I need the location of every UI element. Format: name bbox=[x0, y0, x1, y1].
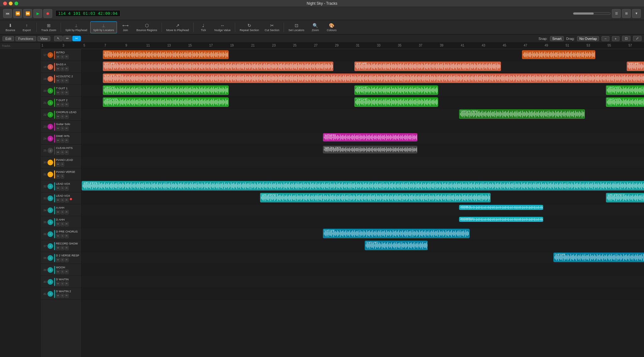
track-ctrl-m-18[interactable]: M bbox=[56, 67, 60, 71]
track-ctrl-m-39[interactable]: M bbox=[56, 270, 60, 274]
track-ctrl-m-37[interactable]: M bbox=[56, 246, 60, 250]
track-ctrl-r-37[interactable]: R bbox=[65, 246, 69, 250]
track-ctrl-m-25[interactable]: M bbox=[56, 150, 60, 155]
track-ctrl-s-30[interactable]: S bbox=[61, 162, 64, 167]
split-by-locators-button[interactable]: ⟂ Split by Locators bbox=[90, 21, 117, 33]
scissors-tool[interactable]: ✂ bbox=[72, 36, 81, 41]
track-ctrl-m-22[interactable]: M bbox=[56, 114, 60, 119]
track-ctrl-s-37[interactable]: S bbox=[61, 246, 64, 250]
track-ctrl-s-20[interactable]: S bbox=[61, 91, 64, 95]
track-ctrl-r-22[interactable]: R bbox=[65, 114, 69, 119]
audio-region[interactable]: T GUIT 2.85 bbox=[354, 97, 438, 107]
track-ctrl-r-41[interactable]: R bbox=[65, 294, 69, 298]
audio-region[interactable]: VOX#01.8 bbox=[459, 205, 543, 210]
track-ctrl-r-32[interactable]: R bbox=[65, 186, 69, 190]
track-ctrl-r-33[interactable]: R bbox=[65, 198, 69, 202]
export-button[interactable]: ↑ Export bbox=[19, 21, 35, 33]
play-button[interactable]: ▶ bbox=[33, 9, 42, 18]
back-button[interactable]: ⏪ bbox=[13, 9, 22, 18]
audio-region[interactable]: LEAD VOX#03.7 bbox=[260, 193, 491, 202]
bounce-regions-button[interactable]: ⬡ Bounce Regions bbox=[134, 21, 160, 33]
track-ctrl-r-20[interactable]: R bbox=[65, 91, 69, 95]
track-ctrl-m-31[interactable]: M bbox=[56, 174, 60, 178]
audio-region[interactable]: T GUIT 1.87 bbox=[354, 85, 438, 95]
track-ctrl-s-33[interactable]: S bbox=[61, 198, 64, 202]
track-ctrl-s-19[interactable]: S bbox=[61, 79, 64, 83]
snap-value[interactable]: Smart bbox=[550, 36, 564, 41]
track-ctrl-s-31[interactable]: S bbox=[61, 174, 64, 178]
audio-region[interactable]: D VOX#03 bbox=[553, 253, 644, 262]
track-ctrl-m-33[interactable]: M bbox=[56, 198, 60, 202]
track-ctrl-s-25[interactable]: S bbox=[61, 150, 64, 155]
track-ctrl-m-17[interactable]: M bbox=[56, 55, 60, 59]
audio-region[interactable]: T GUIT 2.165 bbox=[606, 97, 644, 107]
track-zoom-button[interactable]: ⊞ Track Zoom bbox=[39, 21, 59, 33]
track-ctrl-r-24[interactable]: R bbox=[65, 138, 69, 143]
audio-region[interactable]: Night Sky_10#01 bbox=[323, 146, 417, 153]
fullscreen-button[interactable] bbox=[14, 2, 18, 5]
track-ctrl-r-21[interactable]: R bbox=[65, 102, 69, 107]
tick-button[interactable]: ♩ Tick bbox=[196, 21, 211, 33]
audio-region[interactable]: ACOUSTIC 2#02.2 bbox=[103, 74, 644, 83]
audio-region[interactable]: T GUIT 2.198 bbox=[103, 97, 229, 107]
track-ctrl-s-35[interactable]: S bbox=[61, 222, 64, 226]
nudge-value-button[interactable]: ↔ Nudge Value bbox=[212, 21, 233, 33]
track-ctrl-s-24[interactable]: S bbox=[61, 138, 64, 143]
track-ctrl-m-41[interactable]: M bbox=[56, 294, 60, 298]
functions-menu[interactable]: Functions bbox=[15, 36, 36, 41]
audio-region[interactable]: D VOX 2#01 bbox=[365, 241, 428, 250]
track-ctrl-r-34[interactable]: R bbox=[65, 210, 69, 214]
track-ctrl-r-18[interactable]: R bbox=[65, 67, 69, 71]
track-ctrl-s-34[interactable]: S bbox=[61, 210, 64, 214]
track-ctrl-r-36[interactable]: R bbox=[65, 234, 69, 238]
track-ctrl-s-39[interactable]: S bbox=[61, 270, 64, 274]
close-button[interactable] bbox=[3, 2, 7, 5]
track-ctrl-s-38[interactable]: S bbox=[61, 258, 64, 262]
track-ctrl-m-21[interactable]: M bbox=[56, 102, 60, 107]
track-ctrl-m-34[interactable]: M bbox=[56, 210, 60, 214]
track-ctrl-s-41[interactable]: S bbox=[61, 294, 64, 298]
join-button[interactable]: ⟷ Join bbox=[118, 21, 133, 33]
master-button[interactable]: ▼ bbox=[632, 9, 641, 18]
track-ctrl-s-22[interactable]: S bbox=[61, 114, 64, 119]
minimize-button[interactable] bbox=[9, 2, 13, 5]
record-button[interactable]: ⏺ bbox=[43, 9, 52, 18]
colors-button[interactable]: 🎨 Colours bbox=[324, 21, 340, 33]
cut-section-button[interactable]: ✂ Cut Section bbox=[262, 21, 282, 33]
move-to-playhead-button[interactable]: ↗ Move to Playhead bbox=[164, 21, 192, 33]
split-by-playhead-button[interactable]: ⟂ Split by Playhead bbox=[63, 21, 90, 33]
track-ctrl-s-40[interactable]: S bbox=[61, 282, 64, 286]
track-ctrl-m-32[interactable]: M bbox=[56, 186, 60, 190]
audio-region[interactable]: INTRO bbox=[103, 50, 229, 59]
track-ctrl-r-23[interactable]: R bbox=[65, 126, 69, 131]
track-ctrl-s-36[interactable]: S bbox=[61, 234, 64, 238]
audio-region[interactable]: LEAD VOX#03.17 bbox=[606, 193, 644, 202]
repeat-section-button[interactable]: ↻ Repeat Section bbox=[237, 21, 262, 33]
track-ctrl-s-32[interactable]: S bbox=[61, 186, 64, 190]
track-ctrl-r-25[interactable]: R bbox=[65, 150, 69, 155]
forward-button[interactable]: ⏩ bbox=[23, 9, 32, 18]
audio-region[interactable]: CHORUS LEAD.3 bbox=[459, 109, 585, 119]
track-ctrl-m-24[interactable]: M bbox=[56, 138, 60, 143]
track-ctrl-r-40[interactable]: R bbox=[65, 282, 69, 286]
audio-region[interactable]: D VOX#02.6 bbox=[459, 217, 543, 222]
audio-region[interactable]: T GUIT 1.3 bbox=[103, 85, 229, 95]
edit-menu[interactable]: Edit bbox=[3, 36, 14, 41]
metronome-button[interactable]: ⊞ bbox=[622, 9, 631, 18]
track-ctrl-r-17[interactable]: R bbox=[65, 55, 69, 59]
track-ctrl-m-19[interactable]: M bbox=[56, 79, 60, 83]
audio-region[interactable]: BASS A#02 bbox=[627, 62, 644, 71]
track-ctrl-m-38[interactable]: M bbox=[56, 258, 60, 262]
track-ctrl-m-40[interactable]: M bbox=[56, 282, 60, 286]
track-ctrl-r-38[interactable]: R bbox=[65, 258, 69, 262]
track-ctrl-s-21[interactable]: S bbox=[61, 102, 64, 107]
track-canvas[interactable]: INTROBASS A#01.2BASS A#02BASS A#02BASS A… bbox=[82, 49, 644, 357]
zoom-out-button[interactable]: − bbox=[602, 36, 609, 41]
rewind-button[interactable]: ⏮ bbox=[3, 9, 12, 18]
audio-region[interactable]: D VOX#01 bbox=[323, 229, 470, 238]
pointer-tool[interactable]: ↖ bbox=[54, 36, 63, 41]
expand-button[interactable]: ⤢ bbox=[633, 36, 641, 41]
zoom-button[interactable]: 🔍 Zoom bbox=[308, 21, 323, 33]
audio-region[interactable]: LEAD VOX#01.1 bbox=[82, 181, 644, 190]
track-ctrl-m-35[interactable]: M bbox=[56, 222, 60, 226]
